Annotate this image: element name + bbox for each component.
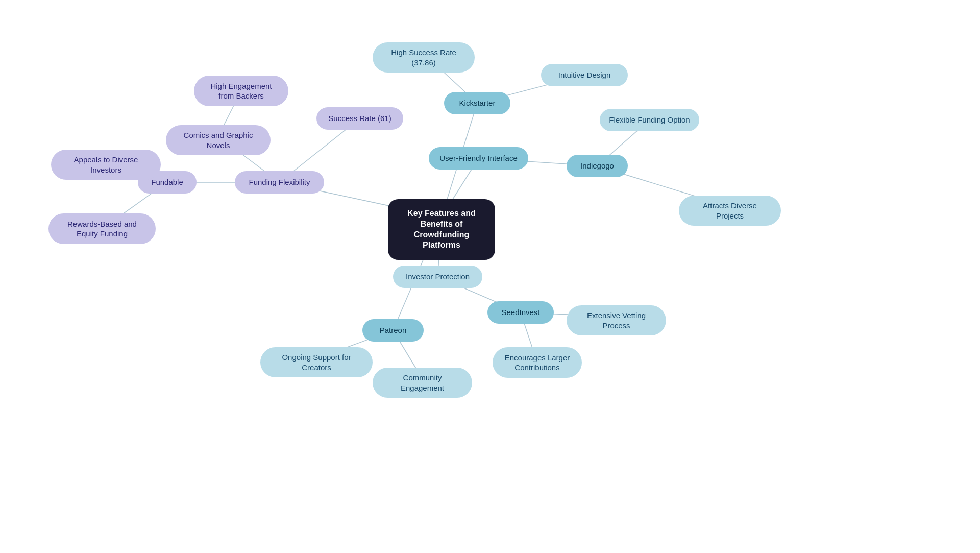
node-communityEngagement: Community Engagement (373, 368, 472, 398)
node-extensiveVetting: Extensive Vetting Process (567, 305, 666, 335)
node-attractsDiverse: Attracts Diverse Projects (679, 196, 781, 226)
node-indiegogo: Indiegogo (567, 155, 628, 177)
node-center: Key Features and Benefits of Crowdfundin… (388, 199, 495, 260)
node-appealsDiverse: Appeals to Diverse Investors (51, 150, 161, 180)
node-patreon: Patreon (362, 319, 424, 342)
node-fundingFlexibility: Funding Flexibility (235, 171, 324, 194)
node-kickstarter: Kickstarter (444, 92, 510, 114)
node-highEngagement: High Engagement from Backers (194, 76, 288, 106)
node-investorProtection: Investor Protection (393, 266, 482, 288)
node-successRate: Success Rate (61) (316, 107, 403, 130)
node-flexibleFunding: Flexible Funding Option (600, 109, 699, 131)
node-rewardsBased: Rewards-Based and Equity Funding (48, 213, 156, 244)
node-seedInvest: SeedInvest (487, 301, 554, 324)
mind-map-connections (0, 0, 980, 553)
node-ongoingSupport: Ongoing Support for Creators (260, 347, 373, 377)
node-encourages: Encourages Larger Contributions (493, 347, 582, 378)
node-highSuccessRate: High Success Rate (37.86) (373, 42, 475, 73)
node-intuitiveDesign: Intuitive Design (541, 64, 628, 86)
node-userFriendly: User-Friendly Interface (429, 147, 528, 170)
node-comicsGraphic: Comics and Graphic Novels (166, 125, 271, 155)
